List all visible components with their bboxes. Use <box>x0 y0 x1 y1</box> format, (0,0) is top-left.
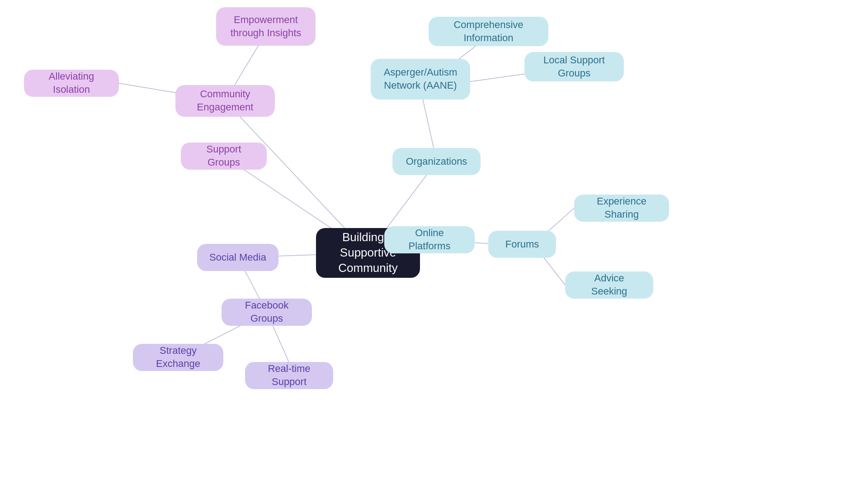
forums-node: Forums <box>488 231 556 258</box>
community-engagement-node: Community Engagement <box>175 85 275 117</box>
support-groups-node: Support Groups <box>181 143 267 170</box>
local-support-groups-node: Local Support Groups <box>524 52 624 81</box>
realtime-support-node: Real-time Support <box>245 362 333 389</box>
online-platforms-node: Online Platforms <box>384 226 475 253</box>
comprehensive-info-node: Comprehensive Information <box>429 17 548 46</box>
experience-sharing-node: Experience Sharing <box>574 195 669 222</box>
strategy-exchange-node: Strategy Exchange <box>133 344 223 371</box>
advice-seeking-node: Advice Seeking <box>565 271 653 299</box>
alleviating-isolation-node: Alleviating Isolation <box>24 70 119 97</box>
organizations-node: Organizations <box>392 148 481 175</box>
aane-node: Asperger/Autism Network (AANE) <box>371 59 470 100</box>
empowerment-insights-node: Empowerment through Insights <box>216 7 316 46</box>
social-media-node: Social Media <box>197 244 278 271</box>
facebook-groups-node: Facebook Groups <box>222 299 312 326</box>
